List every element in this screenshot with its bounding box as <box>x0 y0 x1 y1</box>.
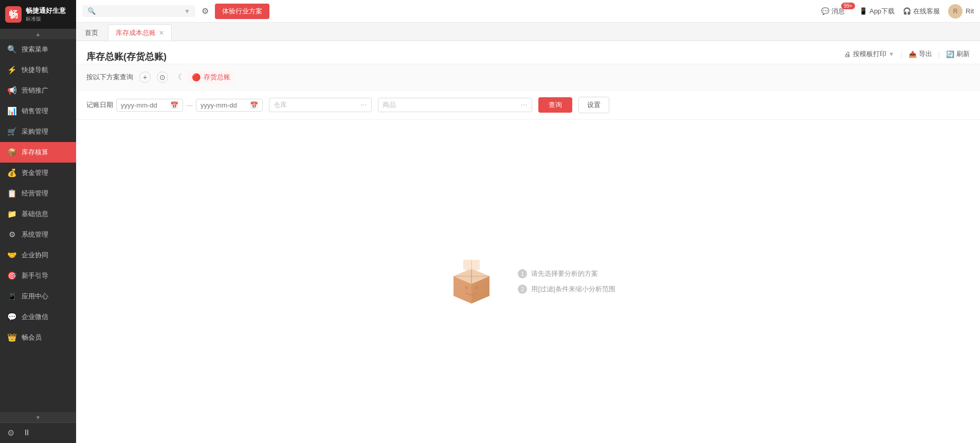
query-button[interactable]: 查询 <box>538 97 572 113</box>
sidebar-item-finance[interactable]: 💰 资金管理 <box>0 163 76 183</box>
product-more-icon[interactable]: ··· <box>521 100 528 110</box>
date-end-input[interactable] <box>201 101 247 109</box>
sidebar-item-label: 系统管理 <box>22 230 48 239</box>
app-download-item[interactable]: 📱 App下载 <box>859 7 895 16</box>
warehouse-label: 仓库 <box>274 100 357 110</box>
footer-audio-icon[interactable]: ⏸ <box>23 428 31 438</box>
wechat-nav-icon: 💬 <box>7 312 16 322</box>
date-start-wrapper[interactable]: 📅 <box>116 99 183 112</box>
app-download-icon: 📱 <box>859 7 867 15</box>
calendar-start-icon[interactable]: 📅 <box>170 101 178 109</box>
empty-illustration <box>441 251 502 312</box>
tab-inventory-ledger[interactable]: 库存成本总账 ✕ <box>108 24 172 41</box>
sidebar-item-enterprise[interactable]: 🤝 企业协同 <box>0 245 76 265</box>
sidebar-item-search[interactable]: 🔍 搜索菜单 <box>0 39 76 60</box>
message-badge: 99+ <box>841 3 855 9</box>
sidebar-item-label: 销售管理 <box>22 107 48 116</box>
print-icon: 🖨 <box>844 50 851 58</box>
search-topbar-icon: 🔍 <box>87 7 96 15</box>
product-label: 商品 <box>383 100 518 110</box>
empty-tips: 1 请先选择要分析的方案 2 用[过滤]条件来缩小分析范围 <box>518 269 615 294</box>
filter-row: 记账日期 📅 — 📅 仓库 ··· 商品 ··· 查询 设置 <box>76 91 980 120</box>
filter-bar: 按以下方案查询 + ⊙ 《 🔴 存货总账 <box>76 64 980 91</box>
main-area: 🔍 ▼ ⚙ 体验行业方案 💬 消息 99+ 📱 App下载 🎧 在线客服 R R… <box>76 0 980 443</box>
sidebar-item-marketing[interactable]: 📢 营销推广 <box>0 80 76 101</box>
sidebar-item-operations[interactable]: 📋 经营管理 <box>0 183 76 204</box>
app-download-label: App下载 <box>869 7 895 16</box>
calendar-end-icon[interactable]: 📅 <box>250 101 258 109</box>
sidebar-item-sales[interactable]: 📊 销售管理 <box>0 101 76 121</box>
search-nav-icon: 🔍 <box>7 45 16 54</box>
basic-nav-icon: 📁 <box>7 209 16 219</box>
refresh-icon: 🔄 <box>946 50 954 58</box>
sidebar-item-inventory[interactable]: 📦 库存核算 <box>0 142 76 163</box>
topbar-user[interactable]: R Rit <box>948 4 974 19</box>
sidebar-item-label: 营销推广 <box>22 86 48 95</box>
sidebar-item-basic[interactable]: 📁 基础信息 <box>0 204 76 224</box>
topbar: 🔍 ▼ ⚙ 体验行业方案 💬 消息 99+ 📱 App下载 🎧 在线客服 R R… <box>76 0 980 23</box>
sidebar-item-newbie[interactable]: 🎯 新手引导 <box>0 265 76 286</box>
settings-button[interactable]: 设置 <box>578 97 609 113</box>
online-service-item[interactable]: 🎧 在线客服 <box>903 7 940 16</box>
sidebar-item-wechat[interactable]: 💬 企业微信 <box>0 307 76 327</box>
headset-icon: 🎧 <box>903 7 911 15</box>
sidebar-footer: ⚙ ⏸ <box>0 422 76 443</box>
topbar-settings-icon[interactable]: ⚙ <box>199 4 211 18</box>
enterprise-nav-icon: 🤝 <box>7 251 16 260</box>
purchase-nav-icon: 🛒 <box>7 127 16 136</box>
print-dropdown-icon[interactable]: ▼ <box>888 51 894 57</box>
empty-box-svg <box>441 251 502 312</box>
sidebar-item-vip[interactable]: 👑 畅会员 <box>0 327 76 348</box>
sidebar-item-purchase[interactable]: 🛒 采购管理 <box>0 121 76 142</box>
page-header-actions: 🖨 按模板打印 ▼ | 📤 导出 | 🔄 刷新 <box>844 49 970 64</box>
logo-icon: 畅 <box>5 6 22 23</box>
refresh-label: 刷新 <box>956 49 970 59</box>
sidebar-scroll-down[interactable]: ▼ <box>0 412 76 422</box>
date-filter-field: 记账日期 📅 — 📅 <box>86 99 263 112</box>
refresh-action[interactable]: 🔄 刷新 <box>946 49 970 59</box>
industry-btn[interactable]: 体验行业方案 <box>215 4 269 19</box>
export-action[interactable]: 📤 导出 <box>909 49 932 59</box>
appstore-nav-icon: 📱 <box>7 292 16 301</box>
sidebar-item-label: 快捷导航 <box>22 65 48 75</box>
sidebar-item-shortcut[interactable]: ⚡ 快捷导航 <box>0 60 76 80</box>
sidebar-logo: 畅 畅捷通好生意 标准版 <box>0 0 76 29</box>
topbar-search-input[interactable] <box>99 7 181 15</box>
operations-nav-icon: 📋 <box>7 189 16 198</box>
topbar-right: 💬 消息 99+ 📱 App下载 🎧 在线客服 R Rit <box>821 4 974 19</box>
sales-nav-icon: 📊 <box>7 107 16 116</box>
user-name: Rit <box>966 7 974 15</box>
date-start-input[interactable] <box>121 101 167 109</box>
print-label: 按模板打印 <box>853 49 886 59</box>
tab-home-label: 首页 <box>85 28 98 38</box>
message-badge-item[interactable]: 💬 消息 99+ <box>821 7 851 16</box>
product-select[interactable]: 商品 ··· <box>378 98 532 112</box>
tab-home[interactable]: 首页 <box>76 24 107 41</box>
filter-del-button[interactable]: ⊙ <box>157 72 168 83</box>
sidebar-item-label: 经营管理 <box>22 189 48 198</box>
topbar-search-dropdown[interactable]: ▼ <box>184 8 190 15</box>
logo-main: 畅捷通好生意 <box>26 7 66 15</box>
filter-collapse-button[interactable]: 《 <box>174 73 182 82</box>
sidebar: 畅 畅捷通好生意 标准版 ▲ 🔍 搜索菜单 ⚡ 快捷导航 📢 营销推广 📊 销售… <box>0 0 76 443</box>
empty-tip-2: 2 用[过滤]条件来缩小分析范围 <box>518 285 615 294</box>
inventory-nav-icon: 📦 <box>7 148 16 157</box>
action-divider-2: | <box>938 50 940 58</box>
date-end-wrapper[interactable]: 📅 <box>196 99 263 112</box>
sidebar-item-system[interactable]: ⚙ 系统管理 <box>0 224 76 245</box>
tabbar: 首页 库存成本总账 ✕ <box>76 23 980 41</box>
warehouse-select[interactable]: 仓库 ··· <box>269 98 372 112</box>
print-action[interactable]: 🖨 按模板打印 ▼ <box>844 49 894 59</box>
avatar: R <box>948 4 963 19</box>
sidebar-item-appstore[interactable]: 📱 应用中心 <box>0 286 76 307</box>
filter-scheme-item[interactable]: 🔴 存货总账 <box>188 70 234 84</box>
footer-settings-icon[interactable]: ⚙ <box>7 428 14 438</box>
svg-point-6 <box>465 286 468 289</box>
tab-close-icon[interactable]: ✕ <box>159 30 164 36</box>
sidebar-scroll-up[interactable]: ▲ <box>0 29 76 39</box>
topbar-search-area[interactable]: 🔍 ▼ <box>82 5 195 17</box>
warehouse-more-icon[interactable]: ··· <box>360 100 367 110</box>
filter-add-button[interactable]: + <box>139 72 151 83</box>
sidebar-item-label: 资金管理 <box>22 168 48 178</box>
sidebar-item-label: 畅会员 <box>22 333 42 342</box>
